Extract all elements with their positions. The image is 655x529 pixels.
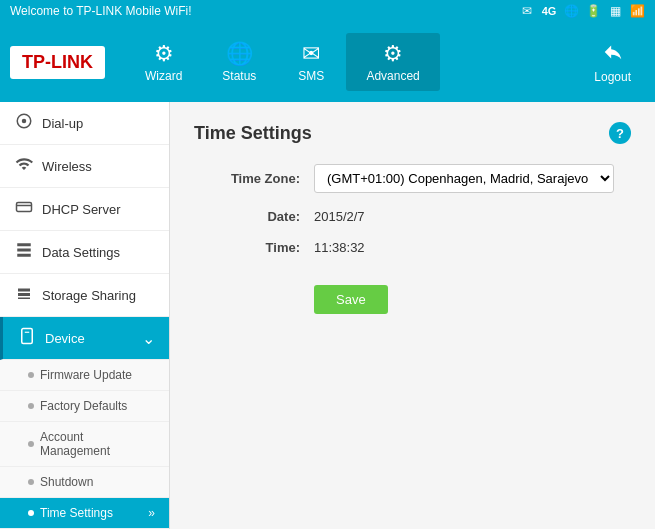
timezone-row: Time Zone: (GMT+01:00) Copenhagen, Madri… (194, 164, 631, 193)
nav-advanced[interactable]: ⚙ Advanced (346, 33, 439, 91)
envelope-icon: ✉ (519, 3, 535, 19)
sidebar-item-storage[interactable]: Storage Sharing (0, 274, 169, 317)
date-row: Date: 2015/2/7 (194, 209, 631, 224)
firmware-label: Firmware Update (40, 368, 132, 382)
nav-items: ⚙ Wizard 🌐 Status ✉ SMS ⚙ Advanced (125, 33, 580, 91)
content-header: Time Settings ? (194, 122, 631, 144)
time-value: 11:38:32 (314, 240, 631, 255)
save-button[interactable]: Save (314, 285, 388, 314)
shutdown-label: Shutdown (40, 475, 93, 489)
nav-sms[interactable]: ✉ SMS (276, 33, 346, 91)
wifi-icon: 📶 (629, 3, 645, 19)
wireless-icon (14, 155, 34, 177)
wireless-label: Wireless (42, 159, 155, 174)
timezone-value[interactable]: (GMT+01:00) Copenhagen, Madrid, Sarajevo… (314, 164, 631, 193)
device-chevron: ⌄ (142, 329, 155, 348)
storage-label: Storage Sharing (42, 288, 155, 303)
dhcp-icon (14, 198, 34, 220)
sub-factory-defaults[interactable]: Factory Defaults (0, 391, 169, 422)
logout-icon (602, 41, 624, 68)
help-button[interactable]: ? (609, 122, 631, 144)
main-layout: Dial-up Wireless DHCP Server Data Settin… (0, 102, 655, 529)
logo: TP-LINK (10, 46, 105, 79)
time-settings-form: Time Zone: (GMT+01:00) Copenhagen, Madri… (194, 164, 631, 314)
device-sub-items: Firmware Update Factory Defaults Account… (0, 360, 169, 529)
time-label: Time: (194, 240, 314, 255)
signal-4g-icon: 4G (541, 3, 557, 19)
header: TP-LINK ⚙ Wizard 🌐 Status ✉ SMS ⚙ Advanc… (0, 22, 655, 102)
factory-label: Factory Defaults (40, 399, 127, 413)
sms-label: SMS (298, 69, 324, 83)
date-label: Date: (194, 209, 314, 224)
sidebar-item-device[interactable]: Device ⌄ (0, 317, 169, 360)
device-icon (17, 327, 37, 349)
timezone-select[interactable]: (GMT+01:00) Copenhagen, Madrid, Sarajevo… (314, 164, 614, 193)
nav-status[interactable]: 🌐 Status (202, 33, 276, 91)
content-area: Time Settings ? Time Zone: (GMT+01:00) C… (170, 102, 655, 529)
sub-firmware-update[interactable]: Firmware Update (0, 360, 169, 391)
advanced-label: Advanced (366, 69, 419, 83)
wizard-icon: ⚙ (154, 41, 174, 67)
sub-account-management[interactable]: Account Management (0, 422, 169, 467)
banner-text: Welcome to TP-LINK Mobile WiFi! (10, 4, 192, 18)
dial-up-label: Dial-up (42, 116, 155, 131)
svg-point-1 (22, 119, 27, 124)
dot-icon (28, 479, 34, 485)
dot-icon (28, 441, 34, 447)
dial-up-icon (14, 112, 34, 134)
dhcp-label: DHCP Server (42, 202, 155, 217)
storage-icon (14, 284, 34, 306)
svg-rect-2 (17, 203, 32, 212)
data-settings-icon (14, 241, 34, 263)
time-row: Time: 11:38:32 (194, 240, 631, 255)
banner-icons: ✉ 4G 🌐 🔋 ▦ 📶 (519, 3, 645, 19)
sms-icon: ✉ (302, 41, 320, 67)
sub-time-settings[interactable]: Time Settings » (0, 498, 169, 529)
status-icon: 🌐 (226, 41, 253, 67)
logout-label: Logout (594, 70, 631, 84)
arrow-icon: » (148, 506, 155, 520)
time-settings-label: Time Settings (40, 506, 113, 520)
account-label: Account Management (40, 430, 155, 458)
sidebar-item-dial-up[interactable]: Dial-up (0, 102, 169, 145)
data-settings-label: Data Settings (42, 245, 155, 260)
top-banner: Welcome to TP-LINK Mobile WiFi! ✉ 4G 🌐 🔋… (0, 0, 655, 22)
advanced-icon: ⚙ (383, 41, 403, 67)
sidebar-item-dhcp[interactable]: DHCP Server (0, 188, 169, 231)
wizard-label: Wizard (145, 69, 182, 83)
page-title: Time Settings (194, 123, 312, 144)
dot-active-icon (28, 510, 34, 516)
globe-icon: 🌐 (563, 3, 579, 19)
sidebar-item-data-settings[interactable]: Data Settings (0, 231, 169, 274)
status-label: Status (222, 69, 256, 83)
device-label: Device (45, 331, 134, 346)
dot-icon (28, 403, 34, 409)
sub-shutdown[interactable]: Shutdown (0, 467, 169, 498)
timezone-label: Time Zone: (194, 171, 314, 186)
battery-icon: 🔋 (585, 3, 601, 19)
sidebar-item-wireless[interactable]: Wireless (0, 145, 169, 188)
svg-rect-4 (22, 329, 33, 344)
nav-wizard[interactable]: ⚙ Wizard (125, 33, 202, 91)
sim-icon: ▦ (607, 3, 623, 19)
sidebar: Dial-up Wireless DHCP Server Data Settin… (0, 102, 170, 529)
logout-button[interactable]: Logout (580, 33, 645, 92)
date-value: 2015/2/7 (314, 209, 631, 224)
dot-icon (28, 372, 34, 378)
